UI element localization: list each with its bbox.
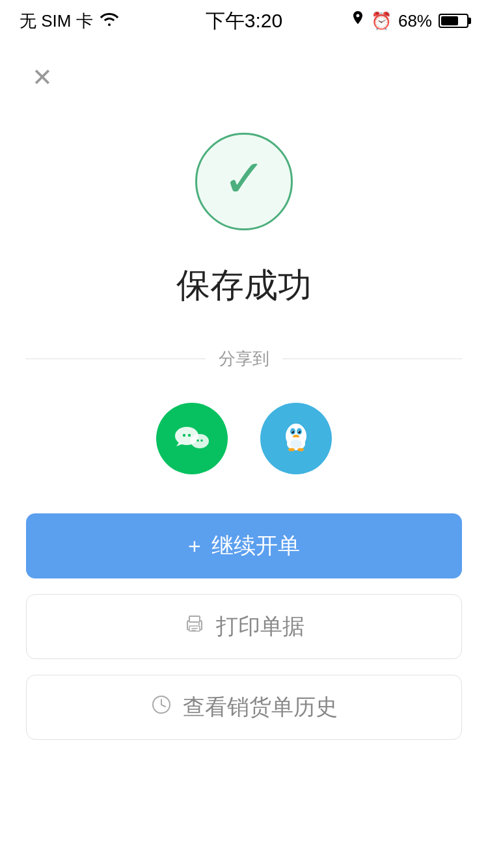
status-left: 无 SIM 卡 (20, 10, 119, 33)
checkmark-icon: ✓ (223, 153, 266, 205)
svg-point-4 (197, 439, 199, 442)
svg-point-17 (288, 448, 295, 452)
svg-point-16 (290, 439, 302, 448)
close-button[interactable]: ✕ (26, 61, 59, 94)
share-divider: 分享到 (26, 347, 462, 370)
share-section: 分享到 (26, 347, 462, 474)
battery-icon (439, 14, 468, 28)
divider-line-left (26, 359, 206, 359)
wechat-icon (171, 418, 213, 459)
battery-text: 68% (398, 11, 432, 31)
continue-order-button[interactable]: + 继续开单 (26, 513, 462, 578)
action-buttons: + 继续开单 打印单据 (26, 513, 462, 740)
print-receipt-label: 打印单据 (216, 612, 305, 642)
divider-line-right (282, 359, 462, 359)
svg-point-2 (183, 434, 185, 437)
history-icon (150, 694, 172, 721)
svg-point-13 (298, 431, 299, 432)
svg-point-5 (200, 439, 203, 442)
alarm-icon: ⏰ (371, 11, 392, 31)
svg-rect-20 (189, 616, 200, 622)
main-content: ✕ ✓ 保存成功 分享到 (0, 42, 488, 766)
svg-point-18 (297, 448, 304, 452)
status-time: 下午3:20 (206, 8, 282, 34)
location-icon (351, 11, 364, 31)
continue-order-label: 继续开单 (211, 531, 300, 561)
carrier-text: 无 SIM 卡 (20, 10, 93, 33)
share-icons-row (26, 403, 462, 474)
qq-icon (277, 419, 316, 458)
close-icon: ✕ (32, 65, 53, 90)
status-bar: 无 SIM 卡 下午3:20 ⏰ 68% (0, 0, 488, 42)
status-right: ⏰ 68% (351, 11, 468, 31)
svg-point-24 (198, 623, 200, 625)
wifi-icon (100, 12, 119, 30)
success-title: 保存成功 (176, 263, 312, 308)
svg-rect-23 (191, 630, 196, 631)
print-receipt-button[interactable]: 打印单据 (26, 594, 462, 659)
wechat-share-button[interactable] (156, 403, 228, 474)
svg-rect-22 (191, 628, 198, 629)
svg-point-1 (191, 434, 209, 448)
share-label: 分享到 (219, 347, 269, 370)
qq-share-button[interactable] (260, 403, 332, 474)
print-icon (183, 613, 206, 640)
plus-icon: + (188, 534, 201, 559)
view-history-button[interactable]: 查看销货单历史 (26, 675, 462, 740)
close-button-row: ✕ (26, 61, 462, 94)
view-history-label: 查看销货单历史 (183, 692, 338, 722)
svg-point-12 (291, 431, 293, 432)
success-circle: ✓ (195, 133, 293, 230)
svg-point-3 (188, 434, 191, 437)
